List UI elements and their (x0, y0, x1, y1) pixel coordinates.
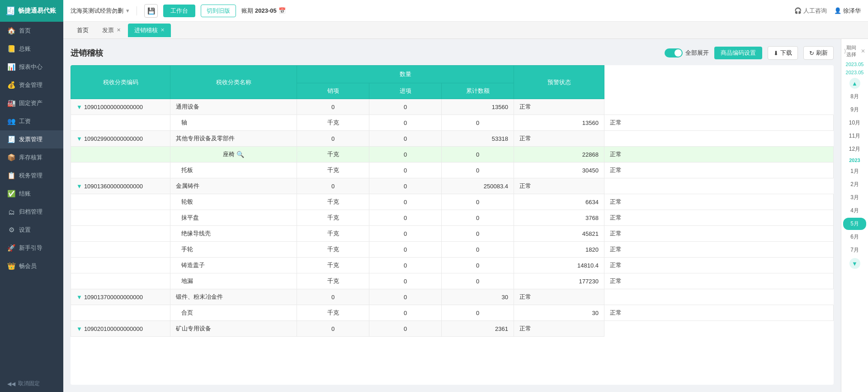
td-total: 250083.4 (442, 178, 514, 194)
period-6[interactable]: 6月 (841, 231, 868, 243)
switch-version-button[interactable]: 切到旧版 (201, 5, 236, 17)
item-name: 座椅 (223, 150, 235, 158)
sidebar-unpin[interactable]: ◀◀ 取消固定 (0, 375, 63, 392)
page-title: 进销稽核 (71, 48, 103, 58)
period-11[interactable]: 11月 (841, 130, 868, 142)
td-name: 手轮 (170, 242, 297, 258)
headphone-icon: 🎧 (794, 7, 802, 14)
sidebar-item-settings[interactable]: ⚙ 设置 (0, 221, 63, 239)
td-sales: 0 (369, 163, 442, 178)
search-icon[interactable]: 🔍 (236, 151, 244, 158)
sidebar-item-inventory[interactable]: 📦 库存核算 (0, 148, 63, 167)
td-purchase: 0 (442, 226, 514, 242)
unpin-label: 取消固定 (18, 380, 40, 387)
td-unit: 千克 (297, 163, 369, 178)
td-status: 正常 (514, 321, 604, 337)
calendar-icon[interactable]: 📅 (278, 7, 286, 14)
sidebar-item-member[interactable]: 👑 畅会员 (0, 257, 63, 275)
save-button[interactable]: 💾 (144, 4, 158, 18)
tab-reconcile[interactable]: 进销稽核 ✕ (128, 24, 171, 37)
expand-toggle[interactable] (665, 48, 683, 57)
refresh-button[interactable]: ↻ 刷新 (803, 46, 834, 60)
td-total: 13560 (514, 115, 604, 131)
scroll-down-button[interactable]: ▼ (849, 258, 860, 269)
refresh-label: 刷新 (816, 49, 828, 57)
td-purchase: 0 (442, 258, 514, 273)
period-1[interactable]: 1月 (841, 165, 868, 177)
td-status: 正常 (514, 289, 604, 305)
help-button[interactable]: 🎧 人工咨询 (794, 7, 827, 15)
help-label: 人工咨询 (803, 7, 827, 15)
sidebar-item-tax[interactable]: 📋 税务管理 (0, 167, 63, 185)
sidebar-item-invoice[interactable]: 🧾 发票管理 (0, 130, 63, 148)
sidebar-item-salary[interactable]: 👥 工资 (0, 112, 63, 130)
inventory-icon: 📦 (7, 153, 15, 162)
td-sales: 0 (297, 178, 369, 194)
td-sales: 0 (297, 289, 369, 305)
sidebar-logo: 🧾 畅捷通易代账 (0, 0, 63, 22)
tab-reconcile-close[interactable]: ✕ (160, 27, 165, 33)
sidebar-label: 库存核算 (19, 153, 42, 162)
company-selector[interactable]: 沈海英测试经营勿删 ▾ (71, 7, 129, 15)
period-5[interactable]: 5月 (843, 218, 866, 230)
period-9[interactable]: 9月 (841, 104, 868, 116)
expand-icon[interactable]: ▼ (76, 104, 82, 110)
td-sales: 0 (369, 115, 442, 131)
td-name: 绝缘导线壳 (170, 226, 297, 242)
period-8[interactable]: 8月 (841, 91, 868, 103)
reconcile-table: 税收分类编码 税收分类名称 数量 预警状态 销项 进项 累计数额 (71, 65, 834, 337)
sidebar-item-ledger[interactable]: 📒 总账 (0, 40, 63, 58)
period-4[interactable]: 4月 (841, 205, 868, 217)
tab-invoice-close[interactable]: ✕ (117, 27, 121, 33)
sidebar-item-archive[interactable]: 🗂 归档管理 (0, 203, 63, 221)
td-unit: 千克 (297, 273, 369, 289)
tab-home[interactable]: 首页 (71, 24, 95, 37)
panel-close-icon[interactable]: ✕ (861, 48, 865, 54)
pin-icon: ◀◀ (7, 381, 15, 387)
topbar-divider (137, 6, 137, 15)
td-status: 正常 (604, 258, 834, 273)
expand-icon[interactable]: ▼ (76, 325, 82, 332)
sidebar-item-assets[interactable]: 🏭 固定资产 (0, 94, 63, 112)
td-status: 正常 (604, 226, 834, 242)
user-menu[interactable]: 👤 徐泽华 (834, 7, 861, 15)
expand-icon[interactable]: ▼ (76, 183, 82, 190)
download-button[interactable]: ⬇ 下载 (768, 46, 798, 60)
td-name: 轴 (170, 115, 297, 131)
td-code (71, 226, 170, 242)
expand-icon[interactable]: ▼ (76, 135, 82, 142)
page-content: 进销稽核 全部展开 商品编码设置 ⬇ 下载 ↻ 刷新 (63, 39, 841, 392)
sidebar-label: 新手引导 (19, 244, 42, 252)
period-12[interactable]: 12月 (841, 143, 868, 155)
assets-icon: 🏭 (7, 99, 15, 107)
td-name: 座椅 🔍 (170, 147, 297, 163)
sidebar-item-reports[interactable]: 📊 报表中心 (0, 58, 63, 76)
period-3[interactable]: 3月 (841, 191, 868, 204)
td-purchase: 0 (369, 289, 442, 305)
td-status: 正常 (604, 210, 834, 226)
workbench-button[interactable]: 工作台 (163, 5, 195, 17)
scroll-up-button[interactable]: ▲ (849, 78, 860, 89)
td-sales: 0 (369, 210, 442, 226)
period-10[interactable]: 10月 (841, 117, 868, 129)
tax-icon: 📋 (7, 172, 15, 180)
logo-icon: 🧾 (5, 6, 15, 16)
setting-button[interactable]: 商品编码设置 (714, 47, 762, 59)
sidebar-item-home[interactable]: 🏠 首页 (0, 22, 63, 40)
sidebar-item-funds[interactable]: 💰 资金管理 (0, 76, 63, 94)
td-status: 正常 (604, 115, 834, 131)
td-purchase: 0 (369, 178, 442, 194)
td-code (71, 242, 170, 258)
td-total: 1820 (514, 242, 604, 258)
tab-invoice[interactable]: 发票 ✕ (96, 24, 127, 37)
expand-icon[interactable]: ▼ (76, 294, 82, 301)
td-name: 托板 (170, 163, 297, 178)
period-7[interactable]: 7月 (841, 244, 868, 256)
period-2[interactable]: 2月 (841, 178, 868, 191)
sidebar-item-guide[interactable]: 🚀 新手引导 (0, 239, 63, 257)
user-avatar-icon: 👤 (834, 7, 841, 14)
td-purchase: 0 (442, 194, 514, 210)
data-table-container: 税收分类编码 税收分类名称 数量 预警状态 销项 进项 累计数额 (71, 65, 834, 385)
sidebar-item-settlement[interactable]: ✅ 结账 (0, 185, 63, 203)
period-label: 账期 (241, 7, 253, 15)
